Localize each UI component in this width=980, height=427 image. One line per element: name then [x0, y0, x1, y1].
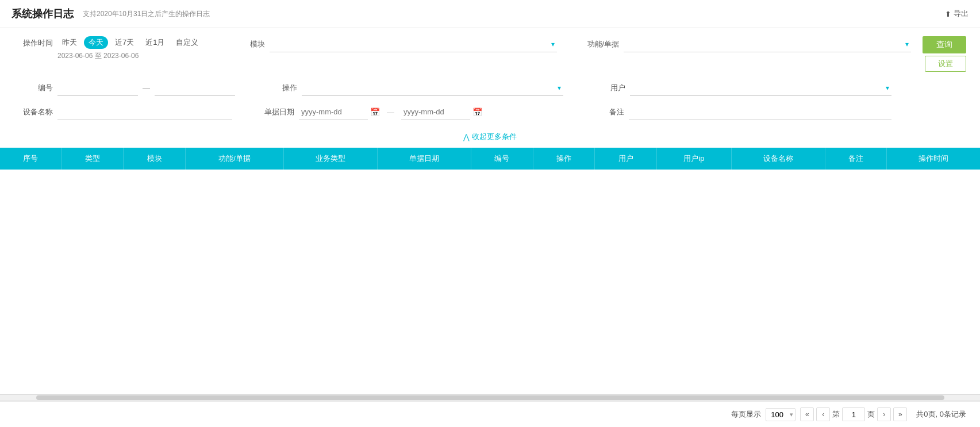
user-select[interactable] — [630, 80, 891, 96]
feature-select[interactable] — [624, 36, 911, 52]
remark-label: 备注 — [585, 107, 624, 117]
data-table: 序号 类型 模块 功能/单据 业务类型 单据日期 编号 操作 用户 用户ip 设… — [0, 148, 980, 170]
per-page-select-wrapper: 10 20 50 100 200 ▾ — [766, 408, 795, 421]
filter-section: 操作时间 昨天 今天 近7天 近1月 自定义 2023-06-06 至 2023… — [0, 28, 980, 148]
page-end-label: 页 — [867, 409, 875, 420]
col-remark: 备注 — [825, 148, 887, 170]
horizontal-scrollbar[interactable] — [0, 394, 980, 401]
device-input[interactable] — [57, 104, 232, 120]
time-1month-btn[interactable]: 近1月 — [141, 36, 169, 49]
page-nav: « ‹ 第 页 › » — [800, 407, 907, 421]
export-icon: ⬆ — [945, 10, 951, 18]
page-next-button[interactable]: › — [877, 407, 891, 421]
page-label: 第 — [832, 409, 840, 420]
query-button[interactable]: 查询 — [923, 36, 966, 53]
page-title: 系统操作日志 — [11, 7, 74, 21]
time-range-display: 2023-06-06 至 2023-06-06 — [57, 51, 203, 61]
total-records: 共0页, 0条记录 — [916, 409, 966, 420]
serial-end-input[interactable] — [155, 80, 235, 96]
calendar-start-icon[interactable]: 📅 — [370, 107, 380, 117]
time-7days-btn[interactable]: 近7天 — [110, 36, 139, 49]
col-operation: 操作 — [533, 148, 595, 170]
serial-start-input[interactable] — [57, 80, 138, 96]
action-buttons: 查询 设置 — [923, 36, 966, 72]
col-op-time: 操作时间 — [887, 148, 980, 170]
page-prev-button[interactable]: ‹ — [816, 407, 830, 421]
export-button[interactable]: ⬆ 导出 — [945, 9, 969, 19]
table-wrapper: 序号 类型 模块 功能/单据 业务类型 单据日期 编号 操作 用户 用户ip 设… — [0, 148, 980, 394]
pagination: 每页显示 10 20 50 100 200 ▾ « ‹ 第 页 › » 共0页,… — [0, 401, 980, 427]
module-label: 模块 — [226, 39, 265, 49]
empty-area — [0, 170, 980, 365]
serial-separator: — — [143, 84, 150, 93]
col-serial: 序号 — [0, 148, 62, 170]
time-custom-btn[interactable]: 自定义 — [171, 36, 203, 49]
scrollbar-thumb[interactable] — [36, 395, 944, 400]
feature-label: 功能/单据 — [580, 39, 619, 49]
remark-input[interactable] — [629, 104, 892, 120]
collapse-button[interactable]: ⋀ 收起更多条件 — [463, 132, 517, 142]
col-type: 类型 — [62, 148, 124, 170]
table-header: 序号 类型 模块 功能/单据 业务类型 单据日期 编号 操作 用户 用户ip 设… — [0, 148, 980, 170]
collapse-icon: ⋀ — [463, 133, 470, 141]
module-select[interactable] — [270, 36, 557, 52]
col-module: 模块 — [124, 148, 186, 170]
page-header: 系统操作日志 支持2020年10月31日之后产生的操作日志 ⬆ 导出 — [0, 0, 980, 28]
col-date: 单据日期 — [377, 148, 471, 170]
page-number-input[interactable] — [842, 407, 865, 421]
settings-button[interactable]: 设置 — [925, 56, 966, 72]
page-last-button[interactable]: » — [893, 407, 907, 421]
date-start-input[interactable] — [299, 104, 368, 120]
page-subtitle: 支持2020年10月31日之后产生的操作日志 — [83, 9, 210, 19]
col-feature: 功能/单据 — [186, 148, 284, 170]
date-separator: — — [387, 108, 394, 117]
operation-select[interactable] — [302, 80, 563, 96]
col-biz-type: 业务类型 — [283, 148, 377, 170]
col-user-ip: 用户ip — [657, 148, 731, 170]
date-label: 单据日期 — [255, 107, 294, 117]
col-device: 设备名称 — [731, 148, 825, 170]
calendar-end-icon[interactable]: 📅 — [472, 107, 482, 117]
per-page-label: 每页显示 — [731, 409, 761, 420]
per-page-select[interactable]: 10 20 50 100 200 — [766, 408, 795, 421]
page-first-button[interactable]: « — [800, 407, 814, 421]
collapse-row: ⋀ 收起更多条件 — [14, 128, 966, 148]
col-user: 用户 — [595, 148, 657, 170]
user-label: 用户 — [586, 83, 625, 93]
col-serial-num: 编号 — [471, 148, 533, 170]
date-end-input[interactable] — [401, 104, 470, 120]
time-label: 操作时间 — [14, 38, 53, 48]
operation-label: 操作 — [258, 83, 297, 93]
time-yesterday-btn[interactable]: 昨天 — [57, 36, 82, 49]
serial-label: 编号 — [14, 83, 53, 93]
device-label: 设备名称 — [14, 107, 53, 117]
time-today-btn[interactable]: 今天 — [84, 36, 108, 49]
